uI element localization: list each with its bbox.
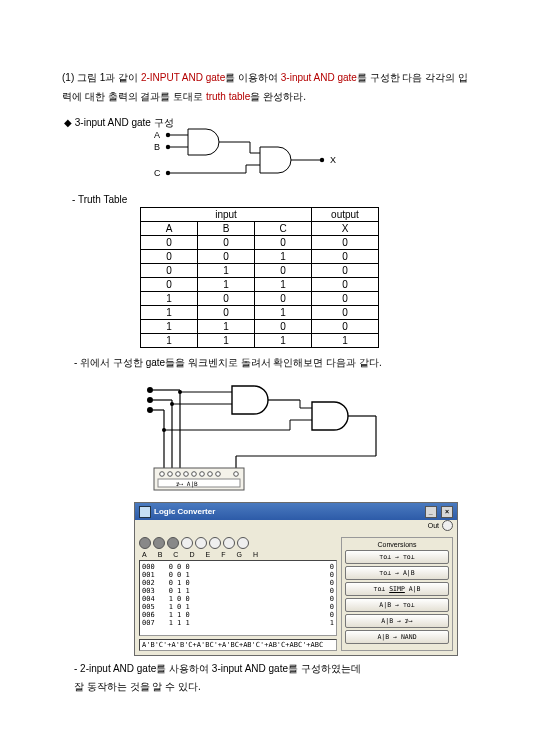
conversions-group: Conversions ⊤o⊥ → ⊤o⊥ ⊤o⊥ → A|B ⊤o⊥ SIMP… — [341, 537, 453, 651]
port-e-icon[interactable] — [195, 537, 207, 549]
header-output: output — [312, 208, 379, 222]
conv-button[interactable]: A|B → ⊅→ — [345, 614, 449, 628]
document-page: (1) 그림 1과 같이 2-INPUT AND gate를 이용하여 3-in… — [0, 0, 533, 754]
expression-field[interactable]: A'B'C'+A'B'C+A'BC'+A'BC+AB'C'+AB'C+ABC'+… — [139, 639, 337, 651]
svg-point-24 — [178, 390, 182, 394]
minimize-icon[interactable]: _ — [425, 506, 437, 518]
idx-col: 000 001 002 003 004 005 006 007 — [142, 563, 155, 633]
svg-point-1 — [166, 145, 170, 149]
conv-button[interactable]: ⊤o⊥ SIMP A|B — [345, 582, 449, 596]
svg-point-38 — [160, 472, 165, 477]
table-row: 1100 — [141, 320, 379, 334]
port-g-icon[interactable] — [223, 537, 235, 549]
port-h-icon[interactable] — [237, 537, 249, 549]
col-a: A — [141, 222, 198, 236]
output-port: Out — [135, 520, 457, 533]
table-row: 0000 — [141, 236, 379, 250]
app-icon — [139, 506, 151, 518]
text-emphasis: 2-INPUT AND gate — [141, 72, 225, 83]
workbench-diagram: ⊅⇢ A|B — [140, 378, 400, 494]
table-row: input output — [141, 208, 379, 222]
svg-point-46 — [234, 472, 239, 477]
bits-col: 0 0 0 0 0 1 0 1 0 0 1 1 1 0 0 1 0 1 1 1 … — [169, 563, 190, 633]
label-b: B — [154, 142, 160, 152]
text-emphasis: 3-input AND gate — [281, 72, 357, 83]
col-b: B — [198, 222, 255, 236]
window-title: Logic Converter — [154, 507, 215, 516]
titlebar: Logic Converter _ × — [135, 503, 457, 520]
port-d-icon[interactable] — [181, 537, 193, 549]
port-b-icon[interactable] — [153, 537, 165, 549]
text: 을 완성하라. — [250, 91, 306, 102]
table-row: 0100 — [141, 264, 379, 278]
port-a-icon[interactable] — [139, 537, 151, 549]
svg-point-15 — [147, 407, 153, 413]
close-icon[interactable]: × — [441, 506, 453, 518]
port-f-icon[interactable] — [209, 537, 221, 549]
and-gate-diagram: A B C X — [154, 128, 344, 188]
input-ports — [139, 537, 337, 551]
svg-point-43 — [200, 472, 205, 477]
svg-point-2 — [166, 171, 170, 175]
svg-rect-47 — [158, 479, 240, 487]
svg-text:⊅⇢ A|B: ⊅⇢ A|B — [176, 480, 198, 488]
table-row: A B C X — [141, 222, 379, 236]
group-title: Conversions — [345, 541, 449, 548]
svg-point-40 — [176, 472, 181, 477]
svg-point-25 — [170, 402, 174, 406]
svg-point-42 — [192, 472, 197, 477]
text-emphasis: truth table — [206, 91, 250, 102]
label-c: C — [154, 168, 161, 178]
port-c-icon[interactable] — [167, 537, 179, 549]
table-row: 0010 — [141, 250, 379, 264]
svg-point-39 — [168, 472, 173, 477]
conv-button[interactable]: A|B → ⊤o⊥ — [345, 598, 449, 612]
label-a: A — [154, 130, 160, 140]
col-x: X — [312, 222, 379, 236]
text: (1) 그림 1과 같이 — [62, 72, 141, 83]
label-x: X — [330, 155, 336, 165]
problem-statement: (1) 그림 1과 같이 2-INPUT AND gate를 이용하여 3-in… — [62, 68, 471, 106]
table-row: 1111 — [141, 334, 379, 348]
workbench-note: - 위에서 구성한 gate들을 워크벤치로 돌려서 확인해보면 다음과 같다. — [74, 356, 471, 370]
out-label: Out — [428, 522, 439, 529]
svg-point-14 — [147, 397, 153, 403]
svg-point-30 — [162, 428, 166, 432]
table-row: 1010 — [141, 306, 379, 320]
out-terminal-icon — [442, 520, 453, 531]
truth-table-caption: - Truth Table — [72, 194, 471, 205]
conv-button[interactable]: ⊤o⊥ → A|B — [345, 566, 449, 580]
svg-point-45 — [216, 472, 221, 477]
svg-point-0 — [166, 133, 170, 137]
svg-point-13 — [147, 387, 153, 393]
svg-point-44 — [208, 472, 213, 477]
svg-point-12 — [320, 158, 324, 162]
col-c: C — [255, 222, 312, 236]
port-labels: A B C D E F G H — [139, 551, 337, 560]
out-col: 0 0 0 0 0 0 0 1 — [330, 563, 334, 633]
header-input: input — [141, 208, 312, 222]
text: 를 이용하여 — [225, 72, 281, 83]
table-row: 1000 — [141, 292, 379, 306]
logic-table[interactable]: 000 001 002 003 004 005 006 007 0 0 0 0 … — [139, 560, 337, 636]
conv-button[interactable]: A|B → NAND — [345, 630, 449, 644]
table-row: 0110 — [141, 278, 379, 292]
truth-table: input output A B C X 0000 0010 0100 0110… — [140, 207, 379, 348]
logic-converter-window: Logic Converter _ × Out — [134, 502, 458, 656]
conv-button[interactable]: ⊤o⊥ → ⊤o⊥ — [345, 550, 449, 564]
svg-point-41 — [184, 472, 189, 477]
conclusion-note: - 2-input AND gate를 사용하여 3-input AND gat… — [74, 660, 471, 696]
